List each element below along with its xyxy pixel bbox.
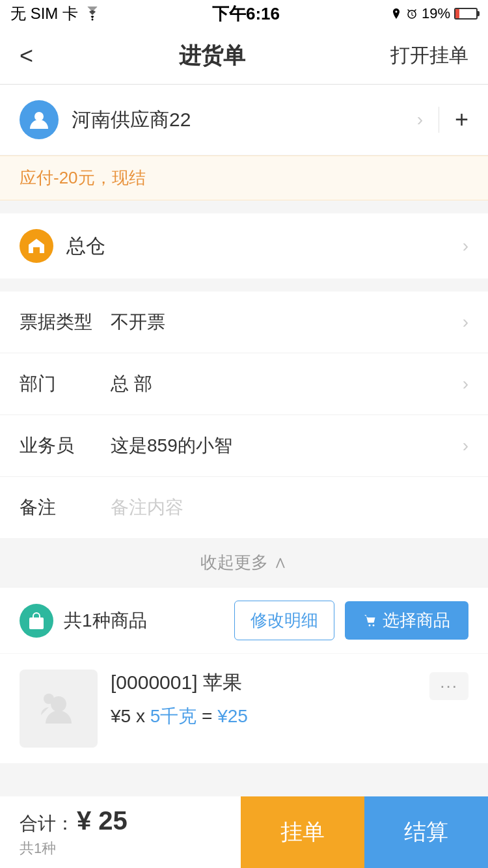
content: 河南供应商22 › + 应付-20元，现结 总仓 › 票据类型 不开票 › — [0, 85, 488, 848]
product-thumbnail — [20, 670, 98, 748]
salesman-chevron-icon: › — [463, 435, 468, 456]
total-amount: ¥ 25 — [77, 806, 128, 835]
summary-count: 共1种 — [20, 839, 221, 858]
product-icon-bg — [20, 604, 53, 638]
salesman-label: 业务员 — [20, 433, 98, 458]
add-supplier-button[interactable]: + — [455, 106, 468, 133]
supplier-avatar — [20, 100, 59, 139]
warehouse-name: 总仓 — [66, 233, 463, 260]
svg-point-2 — [34, 112, 44, 121]
remark-input[interactable]: 备注内容 — [98, 495, 468, 520]
invoice-row[interactable]: 票据类型 不开票 › — [0, 292, 488, 353]
svg-point-5 — [369, 624, 371, 626]
department-row[interactable]: 部门 总 部 › — [0, 353, 488, 415]
status-bar-left: 无 SIM 卡 — [10, 3, 102, 24]
form-section: 票据类型 不开票 › 部门 总 部 › 业务员 这是859的小智 › 备注 备注… — [0, 292, 488, 538]
product-name: [0000001] 苹果 — [111, 670, 416, 696]
price-equal: = — [202, 706, 217, 726]
bottom-summary: 合计： ¥ 25 共1种 — [0, 796, 241, 868]
invoice-chevron-icon: › — [463, 312, 468, 332]
invoice-label: 票据类型 — [20, 310, 98, 334]
warehouse-chevron-icon: › — [463, 236, 468, 256]
supplier-notice: 应付-20元，现结 — [0, 156, 488, 200]
total-label: 合计： — [20, 811, 74, 836]
edit-detail-button[interactable]: 修改明细 — [234, 601, 334, 640]
status-bar: 无 SIM 卡 下午6:16 19% — [0, 0, 488, 27]
open-hang-button[interactable]: 打开挂单 — [390, 42, 468, 69]
remark-label: 备注 — [20, 495, 98, 520]
collapse-row[interactable]: 收起更多 ∧ — [0, 538, 488, 587]
battery-icon — [454, 8, 478, 20]
bottom-bar: 合计： ¥ 25 共1种 挂单 结算 — [0, 796, 488, 868]
supplier-section: 河南供应商22 › + 应付-20元，现结 — [0, 85, 488, 200]
product-item: [0000001] 苹果 ¥5 x 5千克 = ¥25 ··· — [0, 653, 488, 763]
price-multiply: x — [136, 706, 150, 726]
supplier-row[interactable]: 河南供应商22 › + — [0, 85, 488, 156]
warehouse-icon-bg — [20, 229, 53, 263]
product-total: ¥25 — [217, 706, 248, 726]
product-more-button[interactable]: ··· — [429, 672, 468, 700]
svg-rect-4 — [29, 617, 44, 629]
supplier-name: 河南供应商22 — [72, 107, 417, 133]
hang-button[interactable]: 挂单 — [241, 796, 364, 868]
carrier-text: 无 SIM 卡 — [10, 3, 78, 24]
status-bar-right: 19% — [390, 5, 478, 22]
product-more-area: ··· — [429, 670, 468, 748]
department-value: 总 部 — [98, 372, 463, 396]
product-details: [0000001] 苹果 ¥5 x 5千克 = ¥25 — [111, 670, 416, 748]
select-product-label: 选择商品 — [383, 609, 450, 632]
cart-icon — [363, 614, 377, 628]
warehouse-building-icon — [27, 236, 46, 256]
invoice-value: 不开票 — [98, 310, 463, 334]
supplier-chevron-icon: › — [417, 109, 423, 130]
back-button[interactable]: < — [20, 42, 33, 70]
collapse-label: 收起更多 ∧ — [200, 551, 287, 574]
product-quantity: 5千克 — [150, 706, 197, 726]
wifi-icon — [83, 7, 102, 21]
warehouse-row[interactable]: 总仓 › — [0, 213, 488, 278]
salesman-value: 这是859的小智 — [98, 433, 463, 458]
person-icon — [27, 108, 51, 131]
svg-point-8 — [44, 694, 54, 704]
page-title: 进货单 — [179, 41, 245, 71]
department-label: 部门 — [20, 372, 98, 396]
product-header: 共1种商品 修改明细 选择商品 — [0, 587, 488, 653]
price-unit: ¥5 — [111, 706, 131, 726]
product-price: ¥5 x 5千克 = ¥25 — [111, 704, 416, 729]
select-product-button[interactable]: 选择商品 — [345, 601, 468, 640]
shopping-bag-icon — [27, 611, 46, 631]
department-chevron-icon: › — [463, 373, 468, 394]
divider — [439, 107, 439, 133]
svg-rect-3 — [33, 247, 40, 253]
salesman-row[interactable]: 业务员 这是859的小智 › — [0, 415, 488, 477]
location-icon — [390, 8, 402, 20]
alarm-icon — [406, 8, 418, 20]
product-count: 共1种商品 — [64, 608, 234, 633]
warehouse-section: 总仓 › — [0, 213, 488, 278]
status-bar-time: 下午6:16 — [212, 3, 280, 25]
product-placeholder-icon — [36, 686, 81, 731]
svg-point-6 — [373, 624, 375, 626]
remark-row[interactable]: 备注 备注内容 — [0, 477, 488, 538]
battery-percent: 19% — [422, 5, 450, 22]
nav-bar: < 进货单 打开挂单 — [0, 27, 488, 85]
settle-button[interactable]: 结算 — [364, 796, 488, 868]
summary-total: 合计： ¥ 25 — [20, 806, 221, 836]
svg-point-0 — [92, 19, 94, 21]
